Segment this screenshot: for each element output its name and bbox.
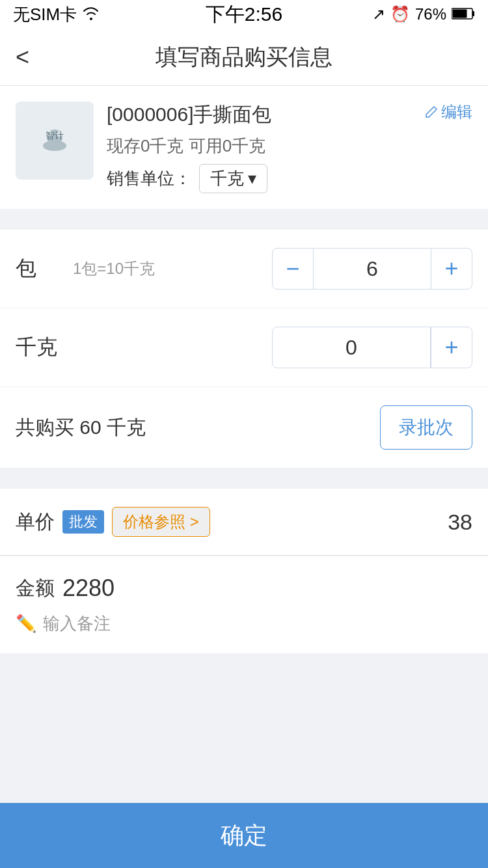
- bag-controls: − +: [272, 248, 472, 290]
- product-unit-row: 销售单位： 千克 ▾: [107, 164, 472, 193]
- notes-placeholder: 输入备注: [43, 612, 111, 635]
- product-name: [0000006]手撕面包: [107, 102, 271, 128]
- location-icon: ↗: [372, 5, 385, 23]
- svg-rect-1: [472, 11, 474, 16]
- svg-rect-2: [453, 10, 467, 18]
- svg-text:智计: 智计: [46, 130, 64, 141]
- pifa-badge: 批发: [62, 510, 104, 534]
- status-left: 无SIM卡: [13, 3, 100, 26]
- amount-value: 2280: [62, 575, 115, 602]
- notes-row[interactable]: ✏️ 输入备注: [16, 612, 472, 635]
- price-row: 单价 批发 价格参照 > 38: [16, 507, 472, 537]
- page-title: 填写商品购买信息: [156, 42, 332, 72]
- pencil-icon: ✏️: [16, 614, 36, 634]
- price-reference-button[interactable]: 价格参照 >: [112, 507, 210, 537]
- total-text: 共购买 60 千克: [16, 414, 146, 441]
- bag-decrease-button[interactable]: −: [272, 248, 314, 290]
- product-info: [0000006]手撕面包 编辑 现存0千克 可用0千克 销售单位： 千克 ▾: [107, 102, 472, 193]
- product-stock: 现存0千克 可用0千克: [107, 135, 472, 157]
- divider-1: [0, 219, 488, 230]
- amount-label: 金额: [16, 575, 55, 602]
- back-button[interactable]: <: [16, 44, 29, 71]
- kg-controls: +: [272, 327, 472, 368]
- product-section: 智计 [0000006]手撕面包 编辑 现存0千克 可用0千克 销售单位： 千克…: [0, 86, 488, 209]
- unit-select[interactable]: 千克 ▾: [199, 164, 267, 193]
- price-label: 单价: [16, 509, 55, 536]
- kg-quantity-input[interactable]: [272, 327, 431, 368]
- bag-hint: 1包=10千克: [73, 258, 272, 279]
- price-left: 单价 批发 价格参照 >: [16, 507, 210, 537]
- price-value: 38: [448, 509, 472, 535]
- amount-row: 金额 2280: [16, 575, 472, 602]
- kg-quantity-row: 千克 +: [0, 308, 488, 387]
- nav-bar: < 填写商品购买信息: [0, 29, 488, 86]
- svg-point-6: [43, 141, 66, 151]
- carrier-text: 无SIM卡: [13, 3, 77, 26]
- price-section: 单价 批发 价格参照 > 38: [0, 489, 488, 555]
- product-image: 智计: [16, 102, 94, 180]
- bag-quantity-row: 包 1包=10千克 − +: [0, 230, 488, 308]
- edit-button[interactable]: 编辑: [424, 102, 472, 122]
- kg-label: 千克: [16, 333, 68, 362]
- product-header: [0000006]手撕面包 编辑: [107, 102, 472, 128]
- total-row: 共购买 60 千克 录批次: [0, 387, 488, 468]
- confirm-button[interactable]: 确定: [0, 803, 488, 868]
- record-batch-button[interactable]: 录批次: [380, 405, 472, 450]
- amount-section: 金额 2280 ✏️ 输入备注: [0, 556, 488, 653]
- bag-increase-button[interactable]: +: [431, 248, 472, 290]
- kg-increase-button[interactable]: +: [431, 327, 472, 368]
- bag-quantity-input[interactable]: [314, 248, 431, 290]
- status-time: 下午2:56: [206, 1, 282, 28]
- alarm-icon: ⏰: [390, 5, 410, 23]
- divider-2: [0, 478, 488, 489]
- dropdown-icon: ▾: [248, 169, 256, 189]
- wifi-icon: [82, 5, 100, 25]
- unit-label: 销售单位：: [107, 167, 191, 190]
- bag-label: 包: [16, 254, 68, 283]
- battery-text: 76%: [415, 5, 446, 23]
- status-bar: 无SIM卡 下午2:56 ↗ ⏰ 76%: [0, 0, 488, 29]
- battery-icon: [452, 5, 475, 23]
- status-right: ↗ ⏰ 76%: [372, 5, 475, 23]
- thin-divider: [0, 555, 488, 556]
- quantity-section: 包 1包=10千克 − + 千克 +: [0, 230, 488, 387]
